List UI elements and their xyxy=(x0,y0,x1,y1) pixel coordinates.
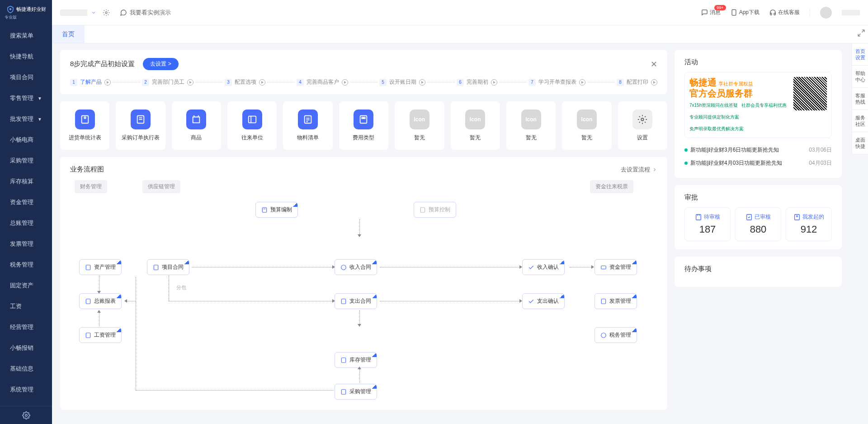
shortcut-icon xyxy=(354,110,373,129)
approval-tile[interactable]: 已审核880 xyxy=(735,207,781,241)
shortcut-item[interactable]: Icon暂无 xyxy=(506,101,556,150)
nav-item[interactable]: 搜索菜单 xyxy=(0,25,52,46)
shortcut-settings[interactable]: 设置 xyxy=(618,101,667,150)
setup-go-button[interactable]: 去设置 > xyxy=(143,58,178,70)
setup-step[interactable]: 8配置打印 xyxy=(617,78,657,86)
shortcut-icon: Icon xyxy=(577,110,597,129)
rail-community[interactable]: 服务社区 xyxy=(852,110,868,132)
setup-step[interactable]: 1了解产品 xyxy=(70,78,111,86)
nav-item[interactable]: 企业协同 xyxy=(0,400,52,406)
nav-item[interactable]: 采购管理 xyxy=(0,150,52,171)
node-tax[interactable]: 税务管理 xyxy=(594,327,637,343)
org-settings-icon[interactable] xyxy=(103,9,110,16)
node-gl-report[interactable]: 总账报表 xyxy=(79,293,122,309)
approval-title: 审批 xyxy=(684,193,832,202)
flow-config-link[interactable]: 去设置流程 xyxy=(621,166,657,174)
setup-step[interactable]: 3配置选项 xyxy=(225,78,265,86)
org-switcher[interactable] xyxy=(60,10,96,16)
approval-tile[interactable]: 待审核187 xyxy=(684,207,731,241)
node-salary[interactable]: 工资管理 xyxy=(79,327,122,343)
lane-supply: 供应链管理 xyxy=(142,180,180,193)
svg-rect-25 xyxy=(86,265,90,270)
activity-banner[interactable]: 畅捷通 享社群专属权益 官方会员服务群 7x15h资深顾问在线答疑 社群会员专享… xyxy=(684,72,832,138)
rail-hotline[interactable]: 客服热线 xyxy=(852,88,868,110)
node-expense-confirm[interactable]: 支出确认 xyxy=(522,293,565,309)
nav-item[interactable]: 资金管理 xyxy=(0,192,52,213)
node-budget-ctrl[interactable]: 预算控制 xyxy=(414,202,456,218)
tab-home[interactable]: 首页 xyxy=(52,25,85,43)
demo-link[interactable]: 我要看实例演示 xyxy=(120,9,171,17)
node-income-contract[interactable]: 收入合同 xyxy=(335,259,377,275)
node-project-contract[interactable]: 项目合同 xyxy=(147,259,189,275)
node-purchase[interactable]: 采购管理 xyxy=(335,384,377,400)
node-asset[interactable]: 资产管理 xyxy=(79,259,122,275)
flowchart-card: 业务流程图 去设置流程 预算管理 财务管理 项目管理 xyxy=(60,157,667,410)
messages-button[interactable]: 消息 99+ xyxy=(701,9,721,16)
nav-item[interactable]: 工资 xyxy=(0,296,52,317)
expand-icon[interactable] xyxy=(857,29,865,37)
svg-rect-36 xyxy=(696,214,701,220)
shortcut-item[interactable]: Icon暂无 xyxy=(562,101,611,150)
nav-item[interactable]: 小畅报销 xyxy=(0,338,52,358)
nav-item[interactable]: 快捷导航 xyxy=(0,46,52,67)
nav-item[interactable]: 固定资产 xyxy=(0,275,52,296)
rail-home-settings[interactable]: 首页设置 xyxy=(852,43,868,66)
shortcut-icon xyxy=(298,110,318,129)
shortcut-icon: Icon xyxy=(465,110,485,129)
shortcut-item[interactable]: Icon暂无 xyxy=(451,101,500,150)
setup-step[interactable]: 4完善商品客户 xyxy=(297,78,348,86)
rail-desktop[interactable]: 桌面快捷 xyxy=(852,132,868,154)
news-item[interactable]: 新功能|好业财3月6日功能更新抢先知 03月06日 xyxy=(684,143,832,157)
node-budget-make[interactable]: 预算编制 xyxy=(255,202,298,218)
nav-item[interactable]: 税务管理 xyxy=(0,254,52,275)
nav-item[interactable]: 总账管理 xyxy=(0,213,52,233)
shortcut-item[interactable]: 进货单统计表 xyxy=(60,101,109,150)
avatar[interactable] xyxy=(820,7,832,19)
setup-step[interactable]: 6完善期初 xyxy=(457,78,497,86)
setup-step[interactable]: 7学习开单查报表 xyxy=(528,78,585,86)
play-icon xyxy=(104,79,111,86)
nav-item[interactable]: 零售管理▼ xyxy=(0,88,52,109)
nav-item[interactable]: 小畅电商 xyxy=(0,129,52,150)
svg-rect-12 xyxy=(249,116,256,123)
node-expense-contract[interactable]: 支出合同 xyxy=(335,293,377,309)
play-icon xyxy=(579,79,585,86)
svg-point-8 xyxy=(84,117,86,119)
rail-help[interactable]: 帮助中心 xyxy=(852,66,868,88)
news-item[interactable]: 新功能|好业财4月03日功能更新抢先知 04月03日 xyxy=(684,157,832,170)
shortcut-icon xyxy=(632,110,652,129)
nav-item[interactable]: 经营管理 xyxy=(0,317,52,338)
shortcut-item[interactable]: 物料清单 xyxy=(283,101,332,150)
steps-row: 1了解产品2完善部门员工3配置选项4完善商品客户5设开账日期6完善期初7学习开单… xyxy=(70,78,657,86)
dot-icon xyxy=(684,148,688,152)
shortcut-item[interactable]: Icon暂无 xyxy=(395,101,444,150)
setup-step[interactable]: 2完善部门员工 xyxy=(142,78,193,86)
shortcut-icon: Icon xyxy=(521,110,541,129)
node-income-confirm[interactable]: 收入确认 xyxy=(522,259,565,275)
svg-rect-32 xyxy=(86,333,90,338)
setup-step[interactable]: 5设开账日期 xyxy=(379,78,425,86)
nav-item[interactable]: 库存核算 xyxy=(0,171,52,192)
nav-item[interactable]: 基础信息 xyxy=(0,358,52,379)
shortcut-item[interactable]: 商品 xyxy=(172,101,221,150)
svg-point-33 xyxy=(601,333,606,338)
shortcut-item[interactable]: 费用类型 xyxy=(339,101,388,150)
nav-item[interactable]: 系统管理 xyxy=(0,379,52,400)
node-inventory[interactable]: 库存管理 xyxy=(335,352,377,368)
shortcut-item[interactable]: 采购订单执行表 xyxy=(116,101,165,150)
svg-rect-18 xyxy=(360,116,367,124)
node-invoice[interactable]: 发票管理 xyxy=(594,293,637,309)
nav-item[interactable]: 发票管理 xyxy=(0,233,52,254)
svg-rect-31 xyxy=(601,299,605,304)
node-fund[interactable]: 资金管理 xyxy=(594,259,637,275)
support-button[interactable]: 在线客服 xyxy=(769,9,800,16)
close-icon[interactable]: ✕ xyxy=(651,59,657,69)
shortcut-item[interactable]: 往来单位 xyxy=(227,101,277,150)
approval-tile[interactable]: 我发起的912 xyxy=(786,207,832,241)
app-download-button[interactable]: App下载 xyxy=(731,9,760,16)
setup-card: 8步完成产品初始设置 去设置 > ✕ 1了解产品2完善部门员工3配置选项4完善商… xyxy=(60,50,667,94)
nav-list: 搜索菜单快捷导航项目合同零售管理▼批发管理▼小畅电商采购管理库存核算资金管理总账… xyxy=(0,25,52,406)
sidebar-settings[interactable] xyxy=(0,406,52,424)
nav-item[interactable]: 批发管理▼ xyxy=(0,109,52,129)
nav-item[interactable]: 项目合同 xyxy=(0,67,52,88)
